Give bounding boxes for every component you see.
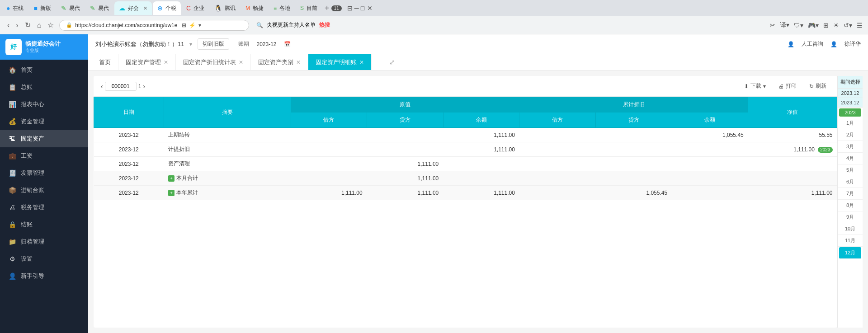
sidebar-item-fixed-asset[interactable]: 🏗 固定资产 xyxy=(0,130,88,147)
tab-detail-close[interactable]: ✕ xyxy=(359,59,364,66)
pager-prev-btn[interactable]: ‹ xyxy=(101,83,103,90)
tab-home[interactable]: 首页 xyxy=(92,54,118,70)
period-month-10[interactable]: 10月 xyxy=(838,223,863,235)
bookmark-btn[interactable]: ☆ xyxy=(46,19,56,31)
row3-date: 2023-12 xyxy=(94,157,164,171)
calendar-icon[interactable]: 📅 xyxy=(284,41,291,47)
period-month-2[interactable]: 2月 xyxy=(838,129,863,141)
browser-tab-haohui-close[interactable]: ✕ xyxy=(143,5,147,11)
period-date2[interactable]: 2023.12 xyxy=(838,98,863,108)
hot-search-label[interactable]: 热搜 xyxy=(319,21,330,29)
back-btn[interactable]: ‹ xyxy=(5,19,11,31)
translate-icon[interactable]: 译▾ xyxy=(780,21,789,29)
customer-service-label[interactable]: 人工咨询 xyxy=(802,40,823,48)
menu-icon[interactable]: ☰ xyxy=(857,22,863,29)
sidebar-item-guide[interactable]: 👤 新手引导 xyxy=(0,267,88,285)
period-month-5[interactable]: 5月 xyxy=(838,164,863,176)
network-icon: ⊞ xyxy=(182,22,186,28)
row5-date: 2023-12 xyxy=(94,186,164,200)
download-btn[interactable]: ⬇ 下载 ▾ xyxy=(741,80,769,92)
period-year[interactable]: 2023 xyxy=(839,108,861,117)
sidebar-item-salary[interactable]: 💼 工资 xyxy=(0,147,88,164)
browser-tab-muqian[interactable]: S 目前 xyxy=(296,1,322,15)
grid-icon[interactable]: ⊞ xyxy=(823,22,829,29)
browser-tab-new[interactable]: ■ 新版 xyxy=(29,1,55,15)
shield-icon[interactable]: 🛡▾ xyxy=(794,22,803,29)
reload-btn[interactable]: ↻ xyxy=(23,19,33,31)
home-btn[interactable]: ⌂ xyxy=(35,19,43,31)
print-btn[interactable]: 🖨 打印 xyxy=(775,80,800,92)
restore-window-btn[interactable]: ⊟ xyxy=(347,5,353,12)
sidebar-item-report[interactable]: 📊 报表中心 xyxy=(0,96,88,113)
fixed-asset-icon: 🏗 xyxy=(8,135,16,143)
period-month-1[interactable]: 1月 xyxy=(838,117,863,129)
maximize-btn[interactable]: □ xyxy=(361,5,364,12)
period-month-6[interactable]: 6月 xyxy=(838,176,863,188)
pager-page: 1 xyxy=(138,83,142,89)
row2-acc-balance xyxy=(672,142,748,157)
sidebar-item-invoice[interactable]: 🧾 发票管理 xyxy=(0,164,88,182)
sidebar-item-ledger[interactable]: 📋 总账 xyxy=(0,79,88,96)
sidebar-item-home[interactable]: 🏠 首页 xyxy=(0,61,88,79)
expand-panel-btn[interactable]: ⤢ xyxy=(389,58,395,66)
scissors-icon[interactable]: ✂ xyxy=(770,22,775,29)
tab-category[interactable]: 固定资产类别 ✕ xyxy=(251,54,308,70)
minimize-btn[interactable]: ─ xyxy=(354,5,359,12)
browser-tab-haohui[interactable]: ☁ 好会 ✕ xyxy=(114,1,152,15)
switch-version-btn[interactable]: 切到旧版 xyxy=(198,38,229,50)
period-date1[interactable]: 2023.12 xyxy=(838,89,863,98)
collapse-panel-btn[interactable]: — xyxy=(379,58,386,66)
download-dropdown-icon[interactable]: ▾ xyxy=(763,83,766,89)
address-input[interactable]: 🔒 https://cloud.chanjet.com/accounting/u… xyxy=(59,20,249,31)
browser-tab-yidai2[interactable]: ✎ 易代 xyxy=(85,1,113,15)
browser-tab-yidai1[interactable]: ✎ 易代 xyxy=(57,1,85,15)
forward-btn[interactable]: › xyxy=(14,19,20,31)
dropdown-icon[interactable]: ▾ xyxy=(198,22,201,28)
period-month-12[interactable]: 12月 xyxy=(839,247,861,259)
tab-depreciation[interactable]: 固定资产折旧统计表 ✕ xyxy=(176,54,251,70)
sidebar-label-home: 首页 xyxy=(21,66,33,74)
period-month-7[interactable]: 7月 xyxy=(838,188,863,200)
tab-category-close[interactable]: ✕ xyxy=(296,59,301,66)
browser-tab-online[interactable]: ● 在线 xyxy=(2,1,28,15)
sidebar-item-purchase[interactable]: 📦 进销台账 xyxy=(0,182,88,199)
archive-icon: 📁 xyxy=(8,238,16,246)
close-window-btn[interactable]: ✕ xyxy=(367,5,373,12)
browser-tab-changjie[interactable]: M 畅捷 xyxy=(241,1,268,15)
tab-depreciation-close[interactable]: ✕ xyxy=(239,59,243,66)
refresh-icon: ↻ xyxy=(809,83,814,89)
sidebar-label-guide: 新手引导 xyxy=(21,272,44,280)
game-icon[interactable]: 🎮▾ xyxy=(808,22,819,29)
sun-icon[interactable]: ☀ xyxy=(833,22,839,29)
browser-tab-gesui[interactable]: ⊕ 个税 xyxy=(153,1,181,15)
period-month-4[interactable]: 4月 xyxy=(838,153,863,164)
customer-service-icon: 👤 xyxy=(788,41,794,47)
sidebar-item-tax[interactable]: 🖨 税务管理 xyxy=(0,199,88,216)
row5-acc-balance xyxy=(672,186,748,200)
new-tab-btn[interactable]: + xyxy=(325,4,330,13)
browser-tab-gedi[interactable]: ≡ 各地 xyxy=(269,1,295,15)
tab-fixed-mgmt-close[interactable]: ✕ xyxy=(164,59,168,66)
period-month-3[interactable]: 3月 xyxy=(838,141,863,153)
row5-acc-credit: 1,055.45 xyxy=(596,186,672,200)
browser-tab-qiye[interactable]: C 企业 xyxy=(182,1,209,15)
period-month-11[interactable]: 11月 xyxy=(838,235,863,247)
browser-tab-tengxun[interactable]: 🐧 腾讯 xyxy=(210,1,240,15)
tab-bar-actions: + 11 ⊟ ─ □ ✕ xyxy=(325,4,373,13)
address-text: https://cloud.chanjet.com/accounting/uw1… xyxy=(75,22,177,28)
undo-icon[interactable]: ↺▾ xyxy=(844,22,852,29)
pager-number-input[interactable] xyxy=(105,82,137,91)
sidebar-logo: 好 畅捷通好会计 专业版 xyxy=(0,34,88,60)
row5-orig-debit: 1,111.00 xyxy=(291,186,367,200)
tab-detail[interactable]: 固定资产明细账 ✕ xyxy=(308,54,372,70)
refresh-btn[interactable]: ↻ 刷新 xyxy=(806,80,830,92)
period-month-9[interactable]: 9月 xyxy=(838,211,863,223)
period-month-8[interactable]: 8月 xyxy=(838,200,863,211)
sidebar-item-settings[interactable]: ⚙ 设置 xyxy=(0,250,88,267)
row4-orig-balance xyxy=(443,171,519,186)
sidebar-item-archive[interactable]: 📁 归档管理 xyxy=(0,233,88,250)
sidebar-item-closing[interactable]: 🔒 结账 xyxy=(0,216,88,233)
pager-next-btn[interactable]: › xyxy=(143,83,145,90)
sidebar-item-fund[interactable]: 💰 资金管理 xyxy=(0,113,88,130)
tab-fixed-mgmt[interactable]: 固定资产管理 ✕ xyxy=(118,54,176,70)
